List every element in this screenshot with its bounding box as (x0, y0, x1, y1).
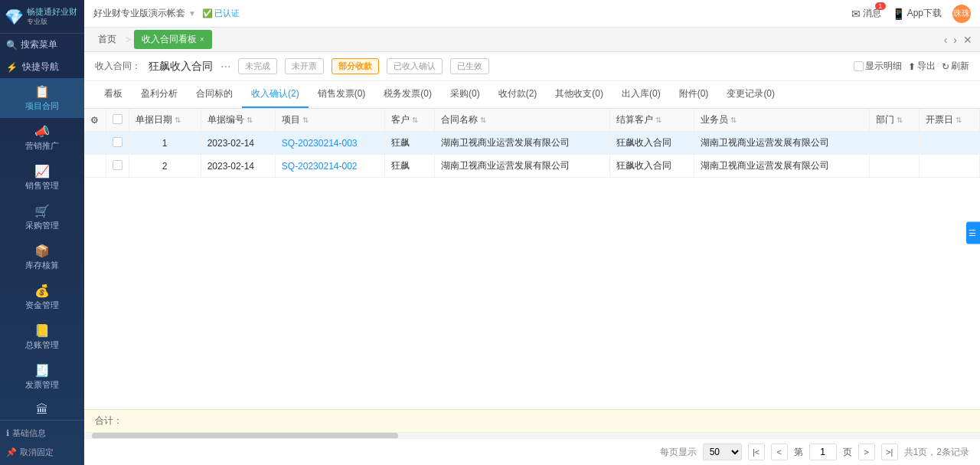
next-tab-button[interactable]: › (953, 34, 957, 46)
tab-contract_obj[interactable]: 合同标的 (187, 81, 242, 108)
scroll-thumb[interactable] (92, 433, 398, 438)
row-project-0: 狂飙 (385, 132, 434, 155)
home-tab[interactable]: 首页 (92, 30, 122, 49)
row-checkbox-0[interactable] (106, 132, 129, 155)
prev-tab-button[interactable]: ‹ (944, 34, 948, 46)
sidebar-search-label: 搜索菜单 (21, 38, 57, 51)
tab-separator: > (126, 34, 131, 45)
table-row[interactable]: 2 2023-02-14 SQ-20230214-002 狂飙 湖南卫视商业运营… (84, 155, 980, 178)
last-page-button[interactable]: >| (881, 444, 898, 460)
sort-sales-icon[interactable]: ⇅ (730, 116, 737, 124)
contract-prefix: 收入合同： (95, 60, 141, 73)
tab-attachment[interactable]: 附件(0) (670, 81, 718, 108)
sidebar-item-tax[interactable]: 🏛 税务管理 (0, 397, 84, 420)
row-docno-1[interactable]: SQ-20230214-002 (275, 155, 384, 178)
app-download-button[interactable]: 📱 App下载 (892, 7, 942, 20)
sales-icon: 📈 (34, 164, 50, 178)
sidebar-item-invoice[interactable]: 🧾 发票管理 (0, 357, 84, 397)
gear-icon[interactable]: ⚙ (90, 115, 99, 126)
table-header-row: ⚙ 单据日期⇅ 单据编号⇅ 项目⇅ 客户⇅ 合同名称⇅ 结算客户⇅ 业务员⇅ 部… (84, 109, 980, 132)
table-row[interactable]: 1 2023-02-14 SQ-20230214-003 狂飙 湖南卫视商业运营… (84, 132, 980, 155)
income-contract-board-tab[interactable]: 收入合同看板 × (134, 30, 212, 49)
sum-row: 合计： (84, 409, 980, 432)
show-detail-checkbox[interactable]: 显示明细 (854, 60, 902, 73)
avatar-name: 珠珠 (953, 8, 970, 19)
page-number-input[interactable]: 1 (809, 444, 837, 460)
sidebar-item-inventory[interactable]: 📦 库存核算 (0, 237, 84, 277)
status-confirmed-btn[interactable]: 已收入确认 (387, 58, 443, 74)
tab-kanban[interactable]: 看板 (95, 81, 132, 108)
sidebar-item-ledger-label: 总账管理 (25, 339, 59, 351)
right-panel-toggle[interactable]: ☰ (966, 221, 980, 244)
status-noissue-btn[interactable]: 未开票 (285, 58, 324, 74)
message-icon: ✉ (851, 8, 861, 20)
sidebar-item-marketing-label: 营销推广 (25, 140, 59, 152)
first-page-button[interactable]: |< (748, 444, 765, 460)
message-badge: 1 (875, 2, 886, 10)
tab-profit[interactable]: 盈利分析 (132, 81, 187, 108)
sort-invoice-date-icon[interactable]: ⇅ (956, 116, 962, 124)
sort-customer-icon[interactable]: ⇅ (412, 116, 418, 124)
page-prefix: 第 (794, 446, 803, 459)
verified-badge: ✅ 已认证 (202, 8, 240, 19)
sort-project-icon[interactable]: ⇅ (302, 116, 309, 124)
next-page-button[interactable]: > (858, 444, 875, 460)
unpin-icon: 📌 (6, 447, 17, 457)
message-button[interactable]: ✉ 1 消息 (851, 7, 881, 20)
sidebar-unpin-label: 取消固定 (20, 447, 54, 458)
sidebar-item-unpin[interactable]: 📌 取消固定 (0, 443, 84, 462)
sidebar-item-purchase-label: 采购管理 (25, 220, 59, 231)
show-detail-label: 显示明细 (865, 60, 902, 73)
row-date-1: 2023-02-14 (201, 155, 275, 178)
status-incomplete-btn[interactable]: 未完成 (238, 58, 277, 74)
per-page-select[interactable]: 50 20 100 (703, 444, 742, 460)
sidebar-item-finance[interactable]: 💰 资金管理 (0, 277, 84, 317)
tab-warehouse[interactable]: 出入库(0) (612, 81, 670, 108)
close-all-tabs-button[interactable]: ✕ (963, 34, 972, 46)
sidebar-item-sales[interactable]: 📈 销售管理 (0, 158, 84, 198)
sidebar-item-ledger[interactable]: 📒 总账管理 (0, 317, 84, 357)
sidebar-item-nav[interactable]: ⚡ 快捷导航 (0, 56, 84, 78)
mobile-icon: 📱 (892, 8, 905, 20)
contract-more-button[interactable]: ··· (220, 60, 230, 74)
sidebar-item-base-info[interactable]: ℹ 基础信息 (0, 424, 84, 443)
sort-date-icon[interactable]: ⇅ (175, 116, 181, 124)
export-button[interactable]: ⬆ 导出 (908, 60, 936, 73)
tab-purchase[interactable]: 采购(0) (441, 81, 489, 108)
row-checkbox-1[interactable] (106, 155, 129, 178)
topbar: 好业财专业版演示帐套 ▼ ✅ 已认证 ✉ 1 消息 📱 App下载 珠珠 (84, 0, 980, 28)
user-avatar[interactable]: 珠珠 (952, 5, 971, 23)
row-docno-0[interactable]: SQ-20230214-003 (275, 132, 384, 155)
app-name: 畅捷通好业财 (27, 6, 77, 17)
row-customer-0: 湖南卫视商业运营发展有限公司 (434, 132, 609, 155)
logo-icon: 💎 (5, 8, 24, 26)
sidebar-item-purchase[interactable]: 🛒 采购管理 (0, 198, 84, 237)
sidebar-item-marketing[interactable]: 📣 营销推广 (0, 118, 84, 158)
tab-income_confirm[interactable]: 收入确认(2) (242, 81, 309, 108)
prev-page-button[interactable]: < (771, 444, 788, 460)
select-all-checkbox[interactable] (113, 114, 122, 124)
sidebar-base-info-label: 基础信息 (12, 427, 46, 439)
ledger-icon: 📒 (34, 323, 50, 338)
sidebar-item-finance-label: 资金管理 (25, 300, 59, 311)
company-name: 好业财专业版演示帐套 (93, 7, 185, 20)
tab-tax_invoice[interactable]: 税务发票(0) (374, 81, 441, 108)
tab-payment[interactable]: 收付款(2) (489, 81, 547, 108)
company-selector[interactable]: 好业财专业版演示帐套 ▼ (93, 7, 196, 20)
sort-contract-name-icon[interactable]: ⇅ (480, 116, 486, 124)
status-active-btn[interactable]: 已生效 (450, 58, 489, 74)
sort-docno-icon[interactable]: ⇅ (247, 116, 253, 124)
sidebar-item-search[interactable]: 🔍 搜索菜单 (0, 34, 84, 56)
tab-change_log[interactable]: 变更记录(0) (717, 81, 784, 108)
status-partial-btn[interactable]: 部分收款 (332, 58, 379, 74)
tab-other[interactable]: 其他收支(0) (546, 81, 612, 108)
sidebar-item-contract[interactable]: 📋 项目合同 (0, 78, 84, 118)
row-dept-0 (919, 132, 979, 155)
sort-dept-icon[interactable]: ⇅ (897, 116, 903, 124)
topbar-right: ✉ 1 消息 📱 App下载 珠珠 (851, 5, 971, 23)
tab-sales_invoice[interactable]: 销售发票(0) (309, 81, 375, 108)
refresh-button[interactable]: ↻ 刷新 (942, 60, 969, 73)
sort-settle-icon[interactable]: ⇅ (655, 116, 662, 124)
table-scroll-bar[interactable] (84, 432, 980, 438)
close-tab-button[interactable]: × (200, 35, 204, 44)
